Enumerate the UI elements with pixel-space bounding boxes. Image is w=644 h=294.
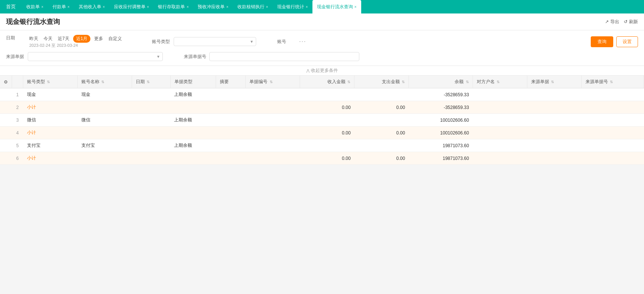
th-settings[interactable]: ⚙	[0, 76, 12, 88]
th-balance[interactable]: 余额 ⇅	[409, 76, 473, 88]
table-row: 1现金现金上期余额-3528659.33	[0, 88, 644, 101]
setting-button[interactable]: 设置	[616, 36, 638, 47]
sort-icon: ⇅	[497, 80, 500, 84]
th-account-type[interactable]: 账号类型 ⇅	[23, 76, 78, 88]
nav-tab-yushoucs[interactable]: 预收冲应收单 ×	[193, 0, 233, 13]
sort-icon: ⇅	[147, 80, 150, 84]
filter-row-date: 日期 昨天 今天 近7天 近1月 更多 自定义 2023-02-24 至 202…	[6, 35, 638, 48]
chevron-down-icon: ▾	[251, 39, 253, 44]
date-opt-yesterday[interactable]: 昨天	[28, 35, 40, 43]
nav-tab-xianjinyhtj[interactable]: 现金银行统计 ×	[273, 0, 312, 13]
close-tab-icon[interactable]: ×	[186, 5, 189, 9]
refresh-button[interactable]: ↺ 刷新	[624, 19, 638, 25]
date-opt-7days[interactable]: 近7天	[56, 35, 71, 43]
th-counterpart[interactable]: 对方户名 ⇅	[473, 76, 527, 88]
th-doc-type: 单据类型	[170, 76, 216, 88]
close-tab-icon[interactable]: ×	[266, 5, 268, 9]
nav-tab-shoukuanhx[interactable]: 收款核销执行 ×	[233, 0, 273, 13]
sort-icon: ⇅	[101, 80, 104, 84]
source-doc-num-label: 来源单据号	[184, 54, 206, 60]
nav-tab-xianjinls[interactable]: 现金银行流水查询 ×	[312, 0, 361, 13]
close-tab-icon[interactable]: ×	[147, 5, 149, 9]
th-date[interactable]: 日期 ⇅	[132, 76, 171, 88]
th-doc-number[interactable]: 单据编号 ⇅	[246, 76, 300, 88]
close-tab-active-icon[interactable]: ×	[354, 5, 357, 9]
date-opt-custom[interactable]: 自定义	[107, 35, 123, 43]
source-doc-chevron-icon: ▾	[157, 54, 159, 59]
filter-bar: 日期 昨天 今天 近7天 近1月 更多 自定义 2023-02-24 至 202…	[0, 30, 644, 66]
collapse-bar[interactable]: ⋀ 收起更多条件	[0, 66, 644, 76]
table-row: 4小计0.000.00100102606.60	[0, 127, 644, 139]
more-options-icon[interactable]: ···	[299, 38, 306, 45]
th-rownum	[12, 76, 23, 88]
table-row: 2小计0.000.00-3528659.33	[0, 101, 644, 114]
table-row: 3微信微信上期余额100102606.60	[0, 114, 644, 127]
nav-tab-yingshouyf[interactable]: 应收应付调整单 ×	[110, 0, 154, 13]
nav-tab-shoukuan[interactable]: 收款单 ×	[22, 0, 48, 13]
account-label: 账号	[277, 39, 296, 45]
close-tab-icon[interactable]: ×	[103, 5, 105, 9]
source-doc-select[interactable]: ▾	[28, 52, 163, 61]
page-header: 现金银行流水查询 ↗ 导出 ↺ 刷新	[0, 13, 644, 30]
export-button[interactable]: ↗ 导出	[605, 19, 619, 25]
page-title: 现金银行流水查询	[6, 17, 60, 26]
sort-icon: ⇅	[47, 80, 50, 84]
nav-tab-yinhangcq[interactable]: 银行存取款单 ×	[153, 0, 193, 13]
date-options: 昨天 今天 近7天 近1月 更多 自定义	[28, 35, 123, 43]
query-button[interactable]: 查询	[591, 36, 613, 47]
table-row: 6小计0.000.0019871073.60	[0, 152, 644, 165]
table-row: 5支付宝支付宝上期余额19871073.60	[0, 139, 644, 152]
date-opt-1month[interactable]: 近1月	[73, 35, 91, 43]
date-filter-label: 日期	[6, 35, 25, 41]
close-tab-icon[interactable]: ×	[226, 5, 228, 9]
filter-row-source: 来源单据 ▾ 来源单据号	[6, 52, 638, 61]
sort-icon: ⇅	[270, 80, 273, 84]
sort-icon: ⇅	[551, 80, 554, 84]
nav-tab-fukuan[interactable]: 付款单 ×	[48, 0, 74, 13]
date-opt-more[interactable]: 更多	[93, 35, 105, 43]
th-account-name[interactable]: 账号名称 ⇅	[78, 76, 132, 88]
sort-icon: ⇅	[610, 80, 613, 84]
account-type-select[interactable]: ▾	[174, 37, 256, 46]
source-doc-label: 来源单据	[6, 54, 25, 60]
th-summary: 摘要	[216, 76, 246, 88]
table-container: ⚙ 账号类型 ⇅ 账号名称 ⇅ 日期 ⇅ 单据类型	[0, 76, 644, 165]
sort-icon: ⇅	[402, 80, 405, 84]
sort-icon: ⇅	[466, 80, 469, 84]
header-actions: ↗ 导出 ↺ 刷新	[605, 19, 638, 25]
close-tab-icon[interactable]: ×	[41, 5, 44, 9]
close-tab-icon[interactable]: ×	[306, 5, 308, 9]
table-body: 1现金现金上期余额-3528659.332小计0.000.00-3528659.…	[0, 88, 644, 165]
account-type-label: 账号类型	[152, 39, 171, 45]
collapse-icon: ⋀	[306, 69, 309, 73]
th-expense[interactable]: 支出金额 ⇅	[354, 76, 409, 88]
source-doc-num-input[interactable]	[209, 52, 359, 61]
refresh-icon: ↺	[624, 19, 627, 24]
th-source-doc-num[interactable]: 来源单据号 ⇅	[581, 76, 644, 88]
gear-icon: ⚙	[4, 79, 8, 85]
collapse-label: 收起更多条件	[311, 67, 338, 74]
export-icon: ↗	[605, 19, 609, 24]
th-source-doc[interactable]: 来源单据 ⇅	[527, 76, 581, 88]
nav-home[interactable]: 首页	[0, 0, 22, 13]
top-nav: 首页 收款单 × 付款单 × 其他收入单 × 应收应付调整单 × 银行存取款单 …	[0, 0, 644, 13]
date-opt-today[interactable]: 今天	[42, 35, 54, 43]
close-tab-icon[interactable]: ×	[68, 5, 70, 9]
date-range-display: 2023-02-24 至 2023-03-24	[29, 43, 123, 48]
sort-icon: ⇅	[347, 80, 350, 84]
table-header-row: ⚙ 账号类型 ⇅ 账号名称 ⇅ 日期 ⇅ 单据类型	[0, 76, 644, 88]
th-income[interactable]: 收入金额 ⇅	[300, 76, 354, 88]
nav-tab-qitasr[interactable]: 其他收入单 ×	[74, 0, 110, 13]
data-table: ⚙ 账号类型 ⇅ 账号名称 ⇅ 日期 ⇅ 单据类型	[0, 76, 644, 165]
